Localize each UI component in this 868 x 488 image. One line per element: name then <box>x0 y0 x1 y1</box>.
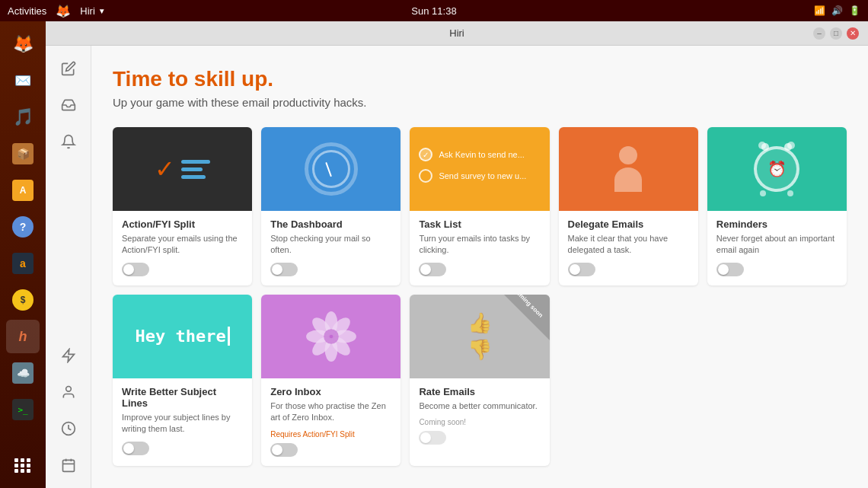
help-icon: ? <box>12 216 34 238</box>
sidebar-calendar[interactable] <box>53 450 84 480</box>
empty-cell-1 <box>559 295 698 466</box>
action-fyi-title: Action/FYI Split <box>122 218 243 230</box>
person-silhouette-icon <box>609 146 647 192</box>
speedometer-icon <box>305 142 358 196</box>
card-reminders: ⏰ Reminders Never forget about an import… <box>707 127 847 285</box>
page-title: Time to skill up. <box>113 67 847 91</box>
application-dock: 🦊 ✉️ 🎵 📦 A ? a $ h ☁️ >_ <box>0 21 46 488</box>
sidebar-lightning[interactable] <box>53 340 84 371</box>
dock-package[interactable]: 📦 <box>6 137 40 171</box>
card-action-fyi: ✓ Action/FYI Split Separate your emails … <box>113 127 252 285</box>
dock-apps[interactable] <box>6 448 40 482</box>
card-delegate-image <box>559 127 698 211</box>
task-list-toggle[interactable] <box>419 263 446 276</box>
dock-cashew[interactable]: $ <box>6 283 40 317</box>
amazon-icon: a <box>12 253 34 274</box>
hiri-sidebar <box>46 46 91 488</box>
card-rate-image: Coming soon 👍 👎 <box>410 295 549 378</box>
card-task-list: Ask Kevin to send ne... Send survey to n… <box>410 127 549 285</box>
thumbs-up-icon: 👍 <box>468 311 492 335</box>
rate-emails-desc: Become a better communicator. <box>419 400 540 412</box>
sidebar-inbox[interactable] <box>53 90 84 120</box>
dock-firefox[interactable]: 🦊 <box>6 27 40 61</box>
main-content: Time to skill up. Up your game with thes… <box>91 46 868 488</box>
card-dashboard-image <box>261 127 400 211</box>
music-dock-icon: 🎵 <box>13 107 34 127</box>
card-zero-image <box>261 295 400 378</box>
card-subject-image: Hey there <box>113 295 252 378</box>
task-list-desc: Turn your emails into tasks by clicking. <box>419 233 540 257</box>
thumbs-icon: 👍 👎 <box>468 311 492 362</box>
task-label-1: Ask Kevin to send ne... <box>439 150 525 159</box>
page-subtitle: Up your game with these email productivi… <box>113 96 847 109</box>
minimize-button[interactable]: – <box>813 27 825 40</box>
checkmark-icon: ✓ <box>155 155 175 183</box>
zero-inbox-desc: For those who practise the Zen art of Ze… <box>270 400 391 424</box>
mail-dock-icon: ✉️ <box>14 72 31 89</box>
subject-lines-toggle[interactable] <box>122 442 149 455</box>
package-icon: 📦 <box>12 143 34 164</box>
dock-cloud[interactable]: ☁️ <box>6 356 40 390</box>
sidebar-profile[interactable] <box>53 377 84 407</box>
task-list-title: Task List <box>419 218 540 230</box>
thumbs-down-icon: 👎 <box>468 338 492 362</box>
action-fyi-toggle[interactable] <box>122 263 149 276</box>
rate-emails-note: Coming soon! <box>419 418 540 426</box>
zero-inbox-toggle[interactable] <box>270 443 298 457</box>
sidebar-compose[interactable] <box>53 53 84 84</box>
reminders-toggle[interactable] <box>716 263 744 276</box>
system-bar: Activities 🦊 Hiri ▼ Sun 11:38 📶 🔊 🔋 <box>0 0 868 21</box>
sidebar-clock[interactable] <box>53 413 84 444</box>
dashboard-title: The Dashboard <box>270 218 391 230</box>
apps-grid-icon <box>14 458 31 473</box>
cards-row-2: Hey there Write Better Subject Lines Imp… <box>113 295 847 466</box>
wifi-icon: 📶 <box>814 5 825 16</box>
hiri-window: Hiri – □ ✕ <box>46 21 868 488</box>
dock-amazon[interactable]: a <box>6 247 40 280</box>
cashew-icon: $ <box>12 289 34 311</box>
svg-point-1 <box>65 387 71 392</box>
hey-there-text: Hey there <box>135 327 229 346</box>
app-menu[interactable]: Hiri ▼ <box>80 5 105 17</box>
task-check-1 <box>419 148 432 161</box>
window-controls: – □ ✕ <box>813 27 859 40</box>
terminal-icon: >_ <box>12 399 34 420</box>
activities-button[interactable]: Activities <box>8 5 46 17</box>
delegate-toggle[interactable] <box>568 263 595 276</box>
task-check-2 <box>419 169 432 183</box>
dock-hiri[interactable]: h <box>6 320 40 353</box>
card-subject-lines: Hey there Write Better Subject Lines Imp… <box>113 295 252 466</box>
rate-emails-toggle[interactable] <box>419 431 446 445</box>
flower-icon <box>305 310 358 363</box>
store-icon: A <box>12 180 34 201</box>
hiri-dock-icon: h <box>19 329 27 345</box>
dashboard-desc: Stop checking your mail so often. <box>270 233 391 257</box>
sidebar-notifications[interactable] <box>53 126 84 157</box>
card-rate-emails: Coming soon 👍 👎 Rate Emails Become a bet… <box>410 295 549 466</box>
window-title: Hiri <box>101 27 813 39</box>
reminders-title: Reminders <box>716 218 838 230</box>
dock-help[interactable]: ? <box>6 210 40 244</box>
window-body: Time to skill up. Up your game with thes… <box>46 46 868 488</box>
card-task-image: Ask Kevin to send ne... Send survey to n… <box>410 127 549 211</box>
reminders-desc: Never forget about an important email ag… <box>716 233 838 257</box>
card-action-fyi-image: ✓ <box>113 127 252 211</box>
dock-terminal[interactable]: >_ <box>6 393 40 426</box>
subject-lines-title: Write Better Subject Lines <box>122 386 243 409</box>
dock-mail[interactable]: ✉️ <box>6 64 40 97</box>
svg-marker-0 <box>62 349 74 362</box>
dashboard-toggle[interactable] <box>270 263 298 276</box>
subject-lines-desc: Improve your subject lines by writing th… <box>122 412 243 435</box>
empty-cell-2 <box>707 295 847 466</box>
dock-music[interactable]: 🎵 <box>6 100 40 134</box>
zero-inbox-note: Requires Action/FYI Split <box>270 430 391 439</box>
clock-face-icon: ⏰ <box>767 160 787 178</box>
lines-icon <box>181 160 210 179</box>
alarm-clock-icon: ⏰ <box>754 146 799 192</box>
maximize-button[interactable]: □ <box>830 27 842 40</box>
volume-icon: 🔊 <box>831 5 843 16</box>
cloud-icon: ☁️ <box>12 362 34 384</box>
dock-store[interactable]: A <box>6 174 40 207</box>
close-button[interactable]: ✕ <box>847 27 859 40</box>
card-delegate: Delegate Emails Make it clear that you h… <box>559 127 698 285</box>
